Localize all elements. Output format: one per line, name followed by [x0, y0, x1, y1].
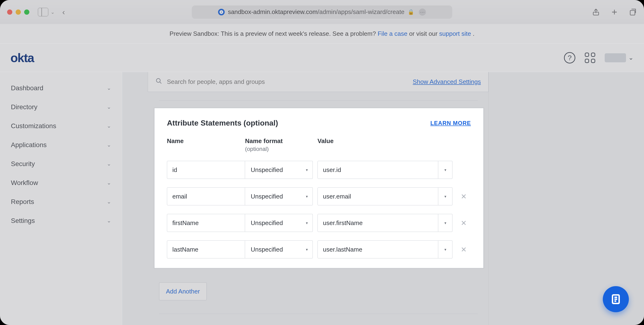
- remove-row-icon[interactable]: ✕: [458, 192, 467, 201]
- sidenav-item-label: Settings: [11, 217, 35, 225]
- attribute-row: Unspecified ▾ ▾ ✕: [167, 214, 471, 232]
- attr-format-value: Unspecified: [251, 246, 283, 253]
- attr-format-select[interactable]: Unspecified ▾: [245, 161, 313, 179]
- attr-format-value: Unspecified: [251, 219, 283, 227]
- preview-sandbox-banner: Preview Sandbox: This is a preview of ne…: [0, 24, 644, 44]
- column-header-value: Value: [313, 137, 452, 152]
- back-button[interactable]: ‹: [59, 7, 68, 17]
- chevron-down-icon: ⌄: [107, 180, 111, 186]
- caret-down-icon: ▾: [306, 221, 308, 225]
- show-advanced-settings-link[interactable]: Show Advanced Settings: [413, 78, 481, 86]
- attr-value-dropdown[interactable]: ▾: [438, 161, 452, 179]
- sidenav-item-dashboard[interactable]: Dashboard⌄: [0, 79, 122, 98]
- support-site-link[interactable]: support site: [439, 30, 471, 37]
- caret-down-icon: ▾: [306, 247, 308, 252]
- help-icon[interactable]: ?: [564, 52, 575, 64]
- user-menu[interactable]: ⌄: [605, 53, 634, 62]
- browser-toolbar: ⌄ ‹ sandbox-admin.oktapreview.com/admin/…: [0, 0, 644, 24]
- chevron-down-icon: ⌄: [628, 54, 634, 61]
- sidenav-item-directory[interactable]: Directory⌄: [0, 98, 122, 117]
- chevron-down-icon: ⌄: [107, 142, 111, 148]
- sidenav-item-label: Applications: [11, 141, 47, 149]
- attribute-row: Unspecified ▾ ▾ ✕: [167, 187, 471, 205]
- attr-value-input[interactable]: [318, 240, 438, 258]
- attr-value-input[interactable]: [318, 187, 438, 205]
- add-another-button[interactable]: Add Another: [159, 282, 207, 300]
- site-favicon-icon: [218, 9, 225, 16]
- sidenav-item-workflow[interactable]: Workflow⌄: [0, 173, 122, 192]
- search-input[interactable]: [167, 78, 408, 86]
- caret-down-icon: ▾: [306, 194, 308, 199]
- attr-format-value: Unspecified: [251, 166, 283, 174]
- sidenav-item-reports[interactable]: Reports⌄: [0, 192, 122, 211]
- url-host: sandbox-admin.oktapreview.com/admin/apps…: [228, 8, 405, 16]
- attr-name-input[interactable]: [167, 187, 245, 205]
- svg-rect-1: [630, 10, 635, 15]
- attr-format-select[interactable]: Unspecified ▾: [245, 240, 313, 258]
- attr-value-input[interactable]: [318, 214, 438, 232]
- new-tab-icon[interactable]: [610, 8, 618, 16]
- user-name-placeholder: [605, 53, 626, 62]
- sidenav-item-settings[interactable]: Settings⌄: [0, 211, 122, 230]
- card-title: Attribute Statements (optional): [167, 119, 278, 127]
- maximize-window-icon[interactable]: [24, 10, 29, 15]
- learn-more-link[interactable]: LEARN MORE: [430, 120, 471, 127]
- search-icon: [156, 78, 162, 86]
- sidenav-item-label: Directory: [11, 103, 38, 111]
- address-bar[interactable]: sandbox-admin.oktapreview.com/admin/apps…: [192, 6, 452, 19]
- sidenav-item-label: Reports: [11, 198, 34, 206]
- caret-down-icon: ▾: [444, 194, 446, 199]
- attribute-statements-card: Attribute Statements (optional) LEARN MO…: [154, 108, 484, 268]
- close-window-icon[interactable]: [7, 10, 12, 15]
- attr-value-input[interactable]: [318, 161, 438, 179]
- caret-down-icon: ▾: [444, 221, 446, 225]
- chevron-down-icon[interactable]: ⌄: [51, 9, 55, 15]
- app-header: okta ? ⌄: [0, 44, 644, 72]
- section-divider: [159, 100, 478, 101]
- caret-down-icon: ▾: [444, 168, 446, 172]
- tabs-overview-icon[interactable]: [629, 8, 637, 16]
- attr-name-input[interactable]: [167, 214, 245, 232]
- sidebar-toggle-icon[interactable]: [38, 8, 48, 16]
- page-actions-icon[interactable]: ⋯: [419, 9, 426, 16]
- lock-icon: 🔒: [408, 9, 414, 15]
- sidenav-item-applications[interactable]: Applications⌄: [0, 136, 122, 154]
- sidenav-item-label: Workflow: [11, 179, 38, 187]
- attr-value-dropdown[interactable]: ▾: [438, 240, 452, 258]
- attr-name-input[interactable]: [167, 240, 245, 258]
- chevron-down-icon: ⌄: [107, 85, 111, 91]
- attr-format-select[interactable]: Unspecified ▾: [245, 214, 313, 232]
- chevron-down-icon: ⌄: [107, 104, 111, 110]
- caret-down-icon: ▾: [306, 168, 308, 172]
- attr-value-dropdown[interactable]: ▾: [438, 214, 452, 232]
- document-icon: [610, 293, 622, 305]
- svg-point-2: [156, 79, 160, 82]
- attribute-row: Unspecified ▾ ▾ ✕: [167, 240, 471, 258]
- sidenav-item-label: Customizations: [11, 122, 56, 130]
- remove-row-icon[interactable]: ✕: [458, 219, 467, 227]
- chevron-down-icon: ⌄: [107, 123, 111, 129]
- attr-format-select[interactable]: Unspecified ▾: [245, 187, 313, 205]
- column-header-format: Name format (optional): [245, 137, 313, 152]
- minimize-window-icon[interactable]: [16, 10, 21, 15]
- caret-down-icon: ▾: [444, 247, 446, 252]
- attr-name-input[interactable]: [167, 161, 245, 179]
- attr-format-value: Unspecified: [251, 193, 283, 200]
- sidenav-item-customizations[interactable]: Customizations⌄: [0, 117, 122, 136]
- chevron-down-icon: ⌄: [107, 218, 111, 224]
- chevron-down-icon: ⌄: [107, 161, 111, 167]
- sidenav-item-security[interactable]: Security⌄: [0, 154, 122, 173]
- section-divider: [159, 314, 478, 314]
- attribute-row: Unspecified ▾ ▾ ✕: [167, 161, 471, 179]
- attr-value-dropdown[interactable]: ▾: [438, 187, 452, 205]
- share-icon[interactable]: [592, 8, 600, 16]
- sidenav-item-label: Security: [11, 160, 35, 168]
- banner-text: Preview Sandbox: This is a preview of ne…: [170, 30, 378, 37]
- remove-row-icon[interactable]: ✕: [458, 245, 467, 254]
- file-case-link[interactable]: File a case: [378, 30, 408, 37]
- app-launcher-icon[interactable]: [585, 53, 595, 63]
- side-navigation: Dashboard⌄ Directory⌄ Customizations⌄ Ap…: [0, 72, 122, 325]
- global-search-bar: Show Advanced Settings: [148, 72, 489, 92]
- help-fab-button[interactable]: [603, 286, 629, 312]
- okta-logo[interactable]: okta: [10, 51, 34, 65]
